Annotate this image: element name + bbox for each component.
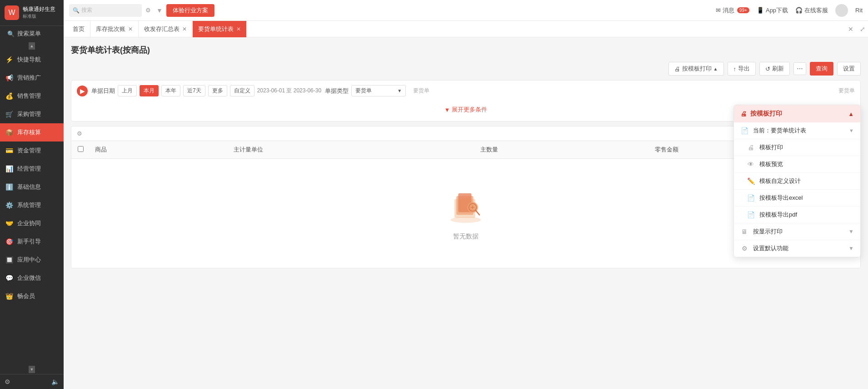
date-btn-prev-month[interactable]: 上月 [118,85,137,96]
dropdown-header-left: 🖨 按模板打印 [740,110,782,118]
tab-receipt-summary-label: 收发存汇总表 [144,25,180,33]
settings-icon[interactable]: ⚙ [5,378,10,385]
sidebar-item-finance[interactable]: 💳 资金管理 [0,141,64,160]
sound-icon[interactable]: 🔈 [51,378,59,385]
sidebar-item-basic[interactable]: ℹ️ 基础信息 [0,178,64,196]
dropdown-current-item[interactable]: 📄 当前：要货单统计表 ▼ [734,122,860,139]
dropdown-set-default[interactable]: ⚙ 设置默认功能 ▼ [734,240,860,257]
topbar-gear-icon[interactable]: ⚙ [145,7,151,14]
enterprise-icon: 🤝 [5,220,14,227]
empty-text: 暂无数据 [453,232,479,241]
refresh-button[interactable]: ↺ 刷新 [759,62,790,76]
tab-inventory-batch-close[interactable]: ✕ [128,26,133,32]
tab-inventory-batch[interactable]: 库存批次账 ✕ [90,21,139,37]
sidebar-item-purchase[interactable]: 🛒 采购管理 [0,105,64,123]
sidebar-item-inventory[interactable]: 📦 库存核算 [0,123,64,141]
tab-order-stats-label: 要货单统计表 [198,25,234,33]
expand-more-button[interactable]: ▼ 展开更多条件 [444,103,488,116]
tab-order-stats[interactable]: 要货单统计表 ✕ [193,21,247,37]
sidebar: W 畅康通好生意 标准版 🔍 搜索菜单 ▲ ⚡ 快捷导航 📢 营销推广 💰 销售… [0,0,64,389]
set-default-arrow: ▼ [848,245,854,252]
expand-tab-button[interactable]: ⤢ [857,24,868,35]
sidebar-item-guide[interactable]: 🎯 新手引导 [0,232,64,251]
th-checkbox[interactable] [71,141,90,159]
topbar-search-box[interactable]: 🔍 搜索 [69,4,142,17]
set-default-label: 设置默认功能 [753,244,788,253]
message-icon: ✉ [716,7,721,14]
date-btn-more[interactable]: 更多 [208,85,227,96]
tab-home-label: 首页 [73,25,85,33]
close-tab-button[interactable]: ✕ [845,24,856,35]
settings-button[interactable]: 设置 [837,62,861,76]
sidebar-item-wechat[interactable]: 💬 企业微信 [0,269,64,287]
sidebar-item-quick-nav[interactable]: ⚡ 快捷导航 [0,51,64,69]
print-template-button[interactable]: 🖨 按模板打印 ▲ [668,62,724,76]
dropdown-header[interactable]: 🖨 按模板打印 ▲ [734,105,860,122]
order-type-select[interactable]: 要货单 ▼ [351,85,406,96]
sidebar-item-member[interactable]: 👑 畅会员 [0,287,64,305]
dropdown-template-print[interactable]: 🖨 模板打印 [734,139,860,156]
query-button[interactable]: 查询 [810,62,833,76]
expand-more-label: 展开更多条件 [452,106,487,114]
order-status-filter: 要货单 [838,87,855,95]
topbar-dropdown-icon[interactable]: ▼ [156,7,163,14]
sidebar-item-sales[interactable]: 💰 销售管理 [0,87,64,105]
order-status-label: 要货单 [838,87,855,95]
export-excel-label: 按模板导出excel [759,194,803,202]
date-btn-this-year[interactable]: 本年 [161,85,180,96]
sidebar-scroll-up[interactable]: ▲ [29,42,35,50]
more-options-button[interactable]: ··· [793,62,806,75]
marketing-icon: 📢 [5,74,14,81]
dropdown-template-preview[interactable]: 👁 模板预览 [734,156,860,173]
th-quantity: 主数量 [475,141,649,159]
date-filter-group: 单据日期 上月 本月 本年 近7天 更多 自定义 2023-06-01 至 20… [91,85,321,96]
purchase-icon: 🛒 [5,111,14,118]
th-unit: 主计量单位 [228,141,475,159]
dropdown-template-design[interactable]: ✏️ 模板自定义设计 [734,173,860,190]
tab-receipt-summary-close[interactable]: ✕ [182,26,187,32]
export-button[interactable]: ↑ 导出 [728,62,756,76]
dropdown-export-excel[interactable]: 📄 按模板导出excel [734,190,860,207]
message-badge: 99+ [737,7,749,13]
sidebar-item-label: 采购管理 [17,110,41,118]
sidebar-scroll-down[interactable]: ▼ [29,366,35,373]
tab-home[interactable]: 首页 [67,21,90,37]
sidebar-item-label: 企业微信 [17,274,41,282]
tab-receipt-summary[interactable]: 收发存汇总表 ✕ [139,21,193,37]
sidebar-item-label: 快捷导航 [17,56,41,64]
sidebar-item-label: 经营管理 [17,165,41,173]
display-print-icon: 🖥 [740,228,748,235]
app-download-label: App下载 [766,6,788,15]
sidebar-search[interactable]: 🔍 搜索菜单 [0,26,64,41]
tab-order-stats-close[interactable]: ✕ [236,26,241,32]
customer-service-label: 在线客服 [804,6,828,15]
tabs-bar: 首页 库存批次账 ✕ 收发存汇总表 ✕ 要货单统计表 ✕ ✕ ⤢ [64,21,868,37]
page-title: 要货单统计表(按商品) [71,45,861,56]
dropdown-export-pdf[interactable]: 📄 按模板导出pdf [734,207,860,223]
table-settings-icon[interactable]: ⚙ [77,130,82,137]
sidebar-item-marketing[interactable]: 📢 营销推广 [0,69,64,87]
filter-expand-button[interactable]: ▶ [77,86,88,96]
guide-icon: 🎯 [5,238,14,245]
dropdown-display-print[interactable]: 🖥 按显示打印 ▼ [734,223,860,240]
date-btn-this-month[interactable]: 本月 [140,85,159,96]
sidebar-item-label: 新手引导 [17,237,41,246]
set-default-left: ⚙ 设置默认功能 [740,244,788,253]
apps-icon: 🔲 [5,256,14,263]
message-item[interactable]: ✉ 消息 99+ [716,6,749,15]
sidebar-item-enterprise[interactable]: 🤝 企业协同 [0,214,64,232]
sidebar-item-system[interactable]: ⚙️ 系统管理 [0,196,64,214]
sidebar-nav: ⚡ 快捷导航 📢 营销推广 💰 销售管理 🛒 采购管理 📦 库存核算 💳 资金管… [0,51,64,365]
date-btn-custom[interactable]: 自定义 [230,85,254,96]
trial-button[interactable]: 体验行业方案 [166,4,215,17]
order-type-value: 要货单 [355,87,372,95]
customer-service-item[interactable]: 🎧 在线客服 [795,6,828,15]
date-btn-7days[interactable]: 近7天 [183,85,205,96]
select-all-checkbox[interactable] [78,146,84,152]
app-download-item[interactable]: 📱 App下载 [757,6,788,15]
sidebar-item-operation[interactable]: 📊 经营管理 [0,160,64,178]
sidebar-item-apps[interactable]: 🔲 应用中心 [0,251,64,269]
sidebar-logo: W 畅康通好生意 标准版 [0,0,64,26]
sidebar-item-label: 应用中心 [17,256,41,264]
sales-icon: 💰 [5,92,14,100]
